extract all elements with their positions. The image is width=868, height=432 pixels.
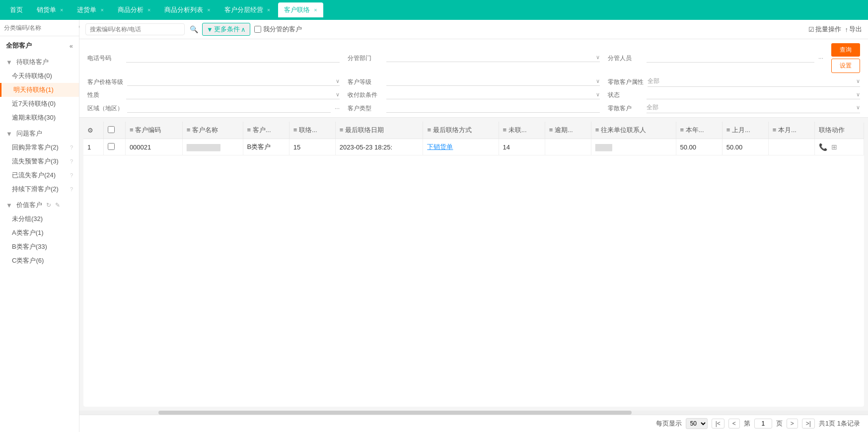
sidebar-search-input[interactable]	[4, 24, 78, 31]
close-tab-5-icon[interactable]: ×	[314, 7, 317, 13]
more-conditions-button[interactable]: ▼ 更多条件 ∧	[202, 23, 250, 36]
cell-contact-count: 15	[289, 139, 335, 155]
sidebar-item-overdue[interactable]: 逾期未联络(30)	[0, 111, 79, 125]
filter-select-price-level[interactable]: ∨	[127, 78, 340, 86]
sidebar-item-repurchase-anomaly[interactable]: 回购异常客户(2) ?	[0, 141, 79, 154]
sidebar-item-declining[interactable]: 持续下滑客户(2) ?	[0, 182, 79, 196]
my-customers-checkbox[interactable]	[254, 26, 261, 33]
query-button[interactable]: 查询	[831, 43, 860, 57]
close-tab-4-icon[interactable]: ×	[267, 7, 270, 13]
per-page-select[interactable]: 50	[686, 418, 708, 429]
filter-input-phone[interactable]	[126, 54, 340, 63]
filter-select-status[interactable]: ∨	[647, 91, 860, 99]
close-tab-2-icon[interactable]: ×	[147, 7, 150, 13]
col-checkbox-header[interactable]	[103, 122, 125, 139]
next-page-button[interactable]: >	[787, 419, 798, 429]
filter-input-customer-type[interactable]	[386, 104, 600, 113]
chevron-down-icon: ∨	[596, 91, 600, 98]
filter-select-gender[interactable]: ∨	[126, 91, 340, 99]
scrollbar-thumb[interactable]	[158, 411, 632, 415]
filter-label-region: 区域（地区）	[87, 104, 123, 113]
nav-tab-3[interactable]: 商品分析列表 ×	[158, 2, 216, 17]
col-settings-header[interactable]: ⚙	[83, 122, 103, 139]
sidebar-item-tomorrow[interactable]: 明天待联络(1)	[0, 83, 79, 97]
filter-label-retail-attr: 零散客户属性	[608, 78, 644, 86]
row-checkbox[interactable]	[108, 143, 115, 150]
filter-select-subdept[interactable]: ∨	[386, 54, 600, 62]
subperson-input[interactable]	[647, 54, 814, 61]
col-not-contacted-header: ≡ 未联...	[499, 122, 545, 139]
nav-tab-5[interactable]: 客户联络 ×	[278, 2, 323, 17]
table-row: 1 000021 ████████ B类客户 15 2023-05-23 18:…	[83, 139, 864, 155]
filter-search-input[interactable]	[85, 23, 185, 35]
sidebar-item-today[interactable]: 今天待联络(0)	[0, 69, 79, 83]
subperson-more-icon[interactable]: ···	[818, 55, 823, 62]
cell-code: 000021	[125, 139, 182, 155]
sidebar-section-value-title[interactable]: ▼ 价值客户 ↻ ✎	[0, 198, 79, 212]
filter-row-retail-customer: 零散客户 全部 ∨	[608, 103, 860, 113]
close-tab-3-icon[interactable]: ×	[207, 7, 210, 13]
sidebar-item-churned[interactable]: 已流失客户(24) ?	[0, 168, 79, 182]
settings-icon[interactable]: ⚙	[87, 127, 93, 134]
first-page-button[interactable]: |<	[712, 419, 724, 429]
filter-search-button[interactable]: 🔍	[190, 25, 198, 33]
nav-tab-4[interactable]: 客户分层经营 ×	[218, 2, 276, 17]
sidebar-item-c-class[interactable]: C类客户(6)	[0, 254, 79, 268]
filter-select-retail-attr[interactable]: 全部 ∨	[648, 77, 860, 87]
sidebar: 🔍 全部客户 « ▼ 待联络客户 今天待联络(0) 明天待联络(1)	[0, 20, 79, 432]
select-all-checkbox[interactable]	[108, 126, 115, 133]
prev-page-button[interactable]: <	[728, 419, 740, 429]
cell-customer-type: B类客户	[243, 139, 289, 155]
customer-table-area: ⚙ ≡ 客户编码 ≡ 客户名称 ≡ 客户... ≡ 联络... ≡ 最后联络日期…	[83, 122, 864, 407]
refresh-icon[interactable]: ↻	[46, 202, 51, 209]
page-number-input[interactable]	[754, 419, 772, 429]
close-tab-1-icon[interactable]: ×	[100, 7, 103, 13]
filter-input-subperson[interactable]	[647, 54, 814, 63]
reset-button[interactable]: 设置	[831, 59, 860, 73]
nav-tab-1[interactable]: 进货单 ×	[71, 2, 109, 17]
col-name-header: ≡ 客户名称	[182, 122, 243, 139]
sidebar-item-churn-warning[interactable]: 流失预警客户(3) ?	[0, 154, 79, 168]
sidebar-section-problem-title[interactable]: ▼ 问题客户	[0, 127, 79, 141]
export-button[interactable]: ↑ 导出	[845, 25, 863, 34]
sidebar-item-b-class[interactable]: B类客户(33)	[0, 240, 79, 254]
region-more-icon[interactable]: ···	[335, 105, 340, 112]
cell-checkbox[interactable]	[103, 139, 125, 155]
sidebar-item-ungrouped[interactable]: 未分组(32)	[0, 212, 79, 226]
nav-tab-2[interactable]: 商品分析 ×	[112, 2, 156, 17]
filter-row-customer-level: 客户等级 ∨	[348, 77, 600, 87]
sidebar-collapse-icon[interactable]: «	[70, 42, 73, 50]
sidebar-section-pending-title[interactable]: ▼ 待联络客户	[0, 55, 79, 69]
sidebar-all-customers[interactable]: 全部客户 «	[0, 38, 79, 53]
help-icon: ?	[70, 186, 73, 192]
filter-input-region[interactable]	[127, 104, 331, 113]
sidebar-item-7days[interactable]: 近7天待联络(0)	[0, 97, 79, 111]
last-method-link[interactable]: 下销货单	[427, 143, 453, 150]
sidebar-item-a-class[interactable]: A类客户(1)	[0, 226, 79, 240]
close-tab-0-icon[interactable]: ×	[60, 7, 63, 13]
last-page-button[interactable]: >|	[802, 419, 815, 429]
filter-row-phone: 电话号码	[87, 43, 340, 73]
sidebar-section-problem: ▼ 问题客户 回购异常客户(2) ? 流失预警客户(3) ? 已流失客户(24)…	[0, 127, 79, 196]
chevron-down-icon: ∨	[336, 91, 340, 98]
horizontal-scrollbar[interactable]	[79, 411, 868, 415]
col-overdue-header: ≡ 逾期...	[545, 122, 591, 139]
nav-tab-0[interactable]: 销货单 ×	[31, 2, 69, 17]
phone-input[interactable]	[126, 54, 340, 61]
content-area: 🔍 ▼ 更多条件 ∧ 我分管的客户 ☑ 批量操作 ↑ 导出	[79, 20, 868, 432]
customer-type-input[interactable]	[386, 104, 600, 111]
cell-last-method[interactable]: 下销货单	[423, 139, 499, 155]
filter-select-customer-level[interactable]: ∨	[386, 78, 600, 86]
batch-operation-button[interactable]: ☑ 批量操作	[808, 25, 841, 34]
filter-select-retail-customer[interactable]: 全部 ∨	[647, 103, 860, 113]
chevron-up-icon: ∧	[241, 26, 246, 33]
col-last-method-header: ≡ 最后联络方式	[423, 122, 499, 139]
my-customers-checkbox-label[interactable]: 我分管的客户	[254, 25, 302, 34]
nav-home[interactable]: 首页	[4, 2, 29, 17]
filter-label-subperson: 分管人员	[608, 54, 643, 63]
edit-icon[interactable]: ✎	[55, 202, 60, 209]
region-input[interactable]	[127, 104, 331, 111]
filter-select-payment[interactable]: ∨	[386, 91, 600, 99]
phone-action-icon[interactable]: 📞	[819, 143, 827, 151]
qr-action-icon[interactable]: ⊞	[831, 143, 837, 151]
